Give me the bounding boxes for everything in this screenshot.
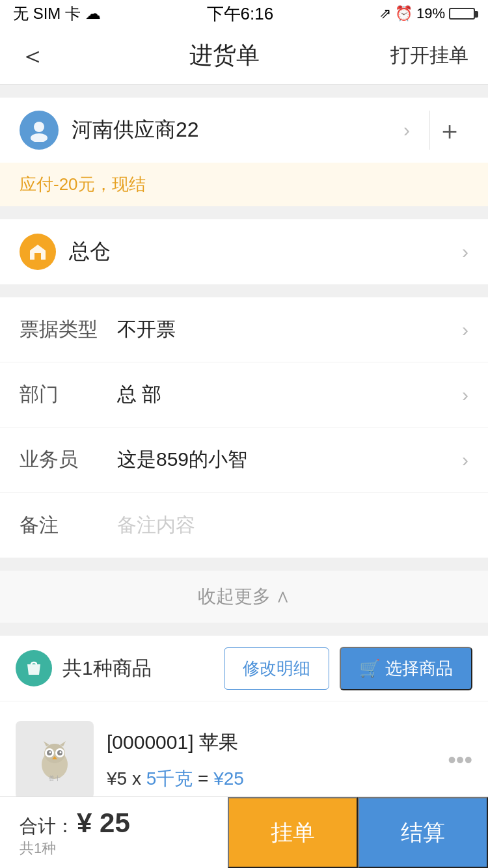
warehouse-chevron-icon: ›: [462, 241, 468, 263]
product-info: [0000001] 苹果 ¥5 x 5千克 = ¥25: [107, 729, 435, 791]
invoice-chevron-icon: ›: [462, 319, 468, 341]
open-hang-button[interactable]: 打开挂单: [390, 42, 468, 69]
back-button[interactable]: ＜: [20, 38, 59, 74]
supplier-row[interactable]: 河南供应商22 › ＋: [0, 98, 488, 163]
notice-bar: 应付-20元，现结: [0, 163, 488, 206]
product-qty: 5千克: [146, 768, 193, 789]
svg-marker-13: [60, 741, 66, 746]
product-name: [0000001] 苹果: [107, 729, 435, 756]
svg-point-10: [60, 752, 62, 753]
svg-point-1: [31, 133, 47, 142]
battery-text: 19%: [416, 5, 445, 22]
form-section: 票据类型 不开票 › 部门 总 部 › 业务员 这是859的小智 › 备注 备注…: [0, 297, 488, 558]
staff-chevron-icon: ›: [462, 449, 468, 471]
checkout-button[interactable]: 结算: [358, 797, 488, 868]
remark-input[interactable]: 备注内容: [104, 512, 468, 539]
dept-value: 总 部: [104, 381, 462, 408]
total-area: 合计： ¥ 25 共1种: [0, 797, 228, 868]
total-count: 共1种: [20, 839, 208, 858]
dept-row[interactable]: 部门 总 部 ›: [0, 362, 488, 427]
remark-row[interactable]: 备注 备注内容: [0, 493, 488, 558]
staff-row[interactable]: 业务员 这是859的小智 ›: [0, 427, 488, 493]
remark-label: 备注: [20, 512, 104, 539]
select-product-label: 选择商品: [385, 657, 453, 680]
warehouse-icon: [20, 234, 56, 270]
total-amount: ¥ 25: [77, 807, 130, 839]
total-label: 合计：: [20, 814, 74, 839]
alarm-icon: ⏰: [395, 5, 413, 22]
status-bar: 无 SIM 卡 ☁ 下午6:16 ⇗ ⏰ 19%: [0, 0, 488, 27]
page-title: 进货单: [189, 40, 260, 72]
owl-logo-icon: 兽十: [29, 734, 81, 786]
product-detail: ¥5 x 5千克 = ¥25: [107, 766, 435, 791]
product-bag-icon: [16, 650, 52, 686]
dept-chevron-icon: ›: [462, 384, 468, 406]
svg-text:兽十: 兽十: [49, 775, 61, 781]
warehouse-name: 总仓: [69, 237, 449, 266]
supplier-avatar: [20, 111, 59, 150]
product-header: 共1种商品 修改明细 🛒 选择商品: [0, 636, 488, 701]
invoice-value: 不开票: [104, 316, 462, 343]
svg-marker-12: [44, 741, 49, 746]
product-more-button[interactable]: •••: [448, 746, 472, 774]
sim-text: 无 SIM 卡 ☁: [13, 3, 101, 24]
collapse-button[interactable]: 收起更多 ∧: [0, 571, 488, 623]
more-dots-icon: •••: [448, 746, 472, 774]
product-thumbnail: 兽十: [16, 721, 94, 799]
product-multiply: x: [132, 768, 146, 789]
svg-rect-2: [34, 253, 41, 260]
location-icon: ⇗: [379, 5, 391, 22]
warehouse-row[interactable]: 总仓 ›: [0, 219, 488, 284]
staff-label: 业务员: [20, 446, 104, 473]
bottom-bar: 合计： ¥ 25 共1种 挂单 结算: [0, 796, 488, 868]
time-text: 下午6:16: [207, 3, 274, 25]
product-equals: =: [198, 768, 213, 789]
supplier-chevron-icon: ›: [403, 119, 410, 141]
nav-bar: ＜ 进货单 打开挂单: [0, 27, 488, 85]
cart-icon: 🛒: [359, 658, 380, 679]
svg-point-9: [49, 752, 51, 753]
product-price: ¥5: [107, 768, 127, 789]
status-left: 无 SIM 卡 ☁: [13, 3, 101, 24]
edit-detail-button[interactable]: 修改明细: [224, 647, 329, 690]
select-product-button[interactable]: 🛒 选择商品: [340, 647, 472, 690]
product-total: ¥25: [213, 768, 244, 789]
status-right: ⇗ ⏰ 19%: [379, 5, 475, 22]
collapse-text: 收起更多 ∧: [198, 584, 291, 609]
gap-1: [0, 85, 488, 98]
supplier-name: 河南供应商22: [72, 116, 390, 144]
hang-button[interactable]: 挂单: [228, 797, 358, 868]
invoice-row[interactable]: 票据类型 不开票 ›: [0, 297, 488, 362]
invoice-label: 票据类型: [20, 316, 104, 343]
add-supplier-button[interactable]: ＋: [429, 111, 468, 150]
staff-value: 这是859的小智: [104, 446, 462, 473]
battery-icon: [449, 8, 475, 20]
svg-point-0: [34, 122, 44, 132]
dept-label: 部门: [20, 381, 104, 408]
product-count-text: 共1种商品: [62, 655, 213, 682]
